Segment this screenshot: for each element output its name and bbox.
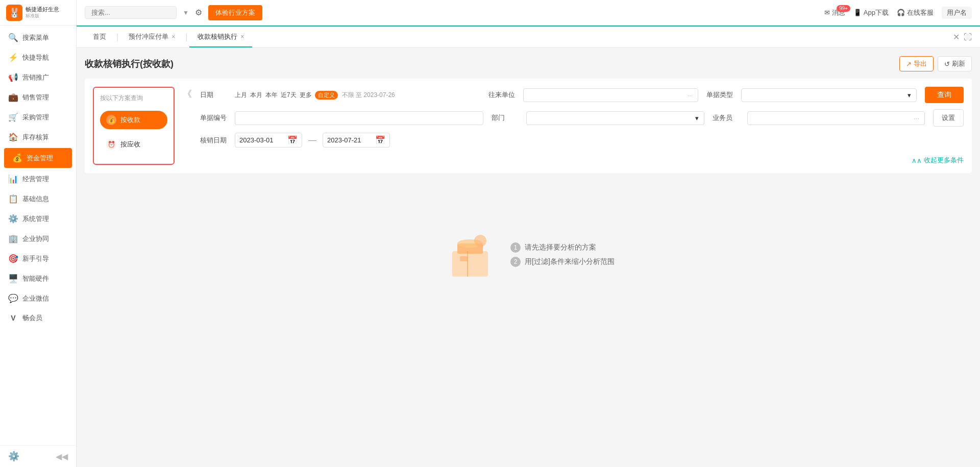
system-icon: ⚙️ bbox=[8, 214, 18, 224]
docnumber-input[interactable] bbox=[235, 111, 483, 125]
sidebar-item-guide[interactable]: 🎯 新手引导 bbox=[0, 249, 76, 268]
sidebar-item-sales[interactable]: 💼 销售管理 bbox=[0, 87, 76, 107]
date-shortcuts: 上月 本月 本年 近7天 更多 自定义 bbox=[235, 91, 338, 100]
user-info[interactable]: 用户名 bbox=[942, 7, 972, 19]
sidebar-item-member-label: 畅会员 bbox=[22, 313, 42, 323]
service-icon: 🎧 bbox=[897, 9, 905, 16]
tabbar-close-icon[interactable]: ✕ bbox=[953, 32, 960, 42]
sidebar-item-hardware[interactable]: 🖥️ 智能硬件 bbox=[0, 268, 76, 288]
sidebar-item-purchase[interactable]: 🛒 采购管理 bbox=[0, 107, 76, 127]
sidebar-item-sales-label: 销售管理 bbox=[22, 93, 49, 102]
sidebar-item-finance[interactable]: 💰 资金管理 bbox=[4, 148, 72, 168]
sidebar-item-member[interactable]: V 畅会员 bbox=[0, 308, 76, 328]
calendar-start-icon[interactable]: 📅 bbox=[287, 135, 298, 145]
settings-button[interactable]: 设置 bbox=[933, 109, 964, 127]
sidebar-item-purchase-label: 采购管理 bbox=[22, 113, 49, 122]
tab-receipt[interactable]: 收款核销执行 × bbox=[189, 27, 252, 47]
tab-receipt-close[interactable]: × bbox=[240, 33, 244, 40]
svg-rect-5 bbox=[460, 256, 468, 261]
guide-icon: 🎯 bbox=[8, 254, 18, 263]
date-this-month[interactable]: 本月 bbox=[250, 91, 262, 100]
sidebar-item-inventory[interactable]: 🏠 库存核算 bbox=[0, 127, 76, 147]
more-conditions-label: 收起更多条件 bbox=[924, 156, 964, 165]
filter-scheme-selector: 按以下方案查询 💰 按收款 ⏰ 按应收 bbox=[93, 87, 175, 165]
receivable-option-icon: ⏰ bbox=[106, 139, 116, 150]
industry-btn[interactable]: 体验行业方案 bbox=[208, 5, 262, 20]
topbar: ▼ ⚙ 体验行业方案 ✉ 消息 99+ 📱 App下载 🎧 在线客服 用户名 bbox=[77, 0, 980, 26]
date-last-month[interactable]: 上月 bbox=[235, 91, 247, 100]
salesperson-ellipsis-icon[interactable]: ··· bbox=[914, 114, 919, 122]
date-this-year[interactable]: 本年 bbox=[265, 91, 278, 100]
topbar-right: ✉ 消息 99+ 📱 App下载 🎧 在线客服 用户名 bbox=[824, 7, 972, 19]
svg-rect-0 bbox=[452, 251, 488, 277]
quicknav-icon: ⚡ bbox=[8, 53, 18, 62]
filter-option-by-receipt[interactable]: 💰 按收款 bbox=[100, 111, 167, 129]
filter-counterparty-field: 往来单位 ··· bbox=[488, 88, 699, 102]
sidebar-item-search[interactable]: 🔍 搜索菜单 bbox=[0, 28, 76, 47]
tab-separator-1: | bbox=[114, 33, 120, 42]
message-icon: ✉ bbox=[824, 9, 830, 16]
sidebar-item-management[interactable]: 📊 经营管理 bbox=[0, 169, 76, 189]
tabbar-actions: ✕ ⛶ bbox=[953, 32, 972, 42]
sidebar-item-basic[interactable]: 📋 基础信息 bbox=[0, 189, 76, 209]
management-icon: 📊 bbox=[8, 174, 18, 184]
sidebar-item-wechat[interactable]: 💬 企业微信 bbox=[0, 288, 76, 308]
sidebar-item-collab[interactable]: 🏢 企业协同 bbox=[0, 229, 76, 249]
app-download-button[interactable]: 📱 App下载 bbox=[853, 8, 889, 17]
logo-subtitle: 标准版 bbox=[26, 13, 59, 19]
search-icon: 🔍 bbox=[8, 33, 18, 42]
filter-fields: 日期 上月 本月 本年 近7天 更多 自定义 不限 至 2023-07-26 bbox=[200, 87, 964, 165]
tab-prepay[interactable]: 预付冲应付单 × bbox=[120, 27, 183, 47]
counterparty-select[interactable]: ··· bbox=[523, 88, 699, 102]
filter-row-1: 日期 上月 本月 本年 近7天 更多 自定义 不限 至 2023-07-26 bbox=[200, 87, 964, 103]
service-button[interactable]: 🎧 在线客服 bbox=[897, 8, 934, 17]
hardware-icon: 🖥️ bbox=[8, 274, 18, 283]
doctype-label: 单据类型 bbox=[706, 90, 737, 100]
verify-date-start-input[interactable] bbox=[239, 136, 285, 144]
settings-icon[interactable]: ⚙️ bbox=[8, 451, 19, 462]
empty-hint-2: 2 用[过滤]条件来缩小分析范围 bbox=[510, 257, 615, 267]
date-custom-badge[interactable]: 自定义 bbox=[315, 91, 338, 100]
doctype-select[interactable]: ▾ bbox=[741, 88, 917, 102]
tab-receipt-label: 收款核销执行 bbox=[198, 32, 237, 41]
filter-option-by-receivable[interactable]: ⏰ 按应收 bbox=[100, 135, 167, 154]
sidebar-item-quicknav-label: 快捷导航 bbox=[22, 53, 49, 62]
hint-num-2: 2 bbox=[510, 257, 521, 267]
verifydate-label: 核销日期 bbox=[200, 136, 231, 145]
export-button[interactable]: ↗ 导出 bbox=[899, 56, 934, 71]
app-icon: 📱 bbox=[853, 9, 862, 16]
chevron-down-icon[interactable]: ▼ bbox=[183, 9, 189, 16]
calendar-end-icon[interactable]: 📅 bbox=[375, 135, 385, 145]
sidebar-item-system-label: 系统管理 bbox=[22, 214, 49, 224]
sidebar-item-system[interactable]: ⚙️ 系统管理 bbox=[0, 209, 76, 229]
collapse-button[interactable]: ◀◀ bbox=[56, 452, 68, 461]
gear-icon[interactable]: ⚙ bbox=[195, 8, 202, 17]
sidebar-item-marketing[interactable]: 📢 营销推广 bbox=[0, 67, 76, 87]
tab-prepay-close[interactable]: × bbox=[172, 33, 175, 40]
query-button[interactable]: 查询 bbox=[925, 87, 964, 103]
tab-home[interactable]: 首页 bbox=[85, 27, 114, 47]
counterparty-ellipsis-icon[interactable]: ··· bbox=[688, 91, 693, 99]
refresh-button[interactable]: ↺ 刷新 bbox=[938, 56, 972, 71]
topbar-search-input[interactable] bbox=[85, 6, 177, 19]
sidebar-item-inventory-label: 库存核算 bbox=[22, 133, 49, 142]
verify-date-end-input[interactable] bbox=[327, 136, 373, 144]
salesperson-select[interactable]: ··· bbox=[747, 111, 925, 125]
dept-select[interactable]: ▾ bbox=[526, 111, 704, 125]
export-icon: ↗ bbox=[906, 60, 912, 68]
refresh-label: 刷新 bbox=[952, 59, 965, 68]
filter-scheme-title: 按以下方案查询 bbox=[100, 94, 167, 103]
date-more[interactable]: 更多 bbox=[300, 91, 312, 100]
date-label: 日期 bbox=[200, 90, 231, 100]
sidebar-item-search-label: 搜索菜单 bbox=[22, 33, 49, 42]
date-7days[interactable]: 近7天 bbox=[281, 91, 297, 100]
sidebar-item-quicknav[interactable]: ⚡ 快捷导航 bbox=[0, 47, 76, 67]
message-button[interactable]: ✉ 消息 99+ bbox=[824, 8, 845, 17]
sidebar-item-management-label: 经营管理 bbox=[22, 175, 49, 184]
filter-option-receipt-label: 按收款 bbox=[120, 115, 140, 125]
page-title: 收款核销执行(按收款) bbox=[85, 58, 174, 70]
filter-collapse-button[interactable]: 《 bbox=[183, 88, 192, 100]
filter-salesperson-field: 业务员 ··· bbox=[713, 111, 925, 125]
tabbar-expand-icon[interactable]: ⛶ bbox=[964, 33, 972, 42]
more-conditions-button[interactable]: ∧∧ 收起更多条件 bbox=[912, 156, 964, 165]
